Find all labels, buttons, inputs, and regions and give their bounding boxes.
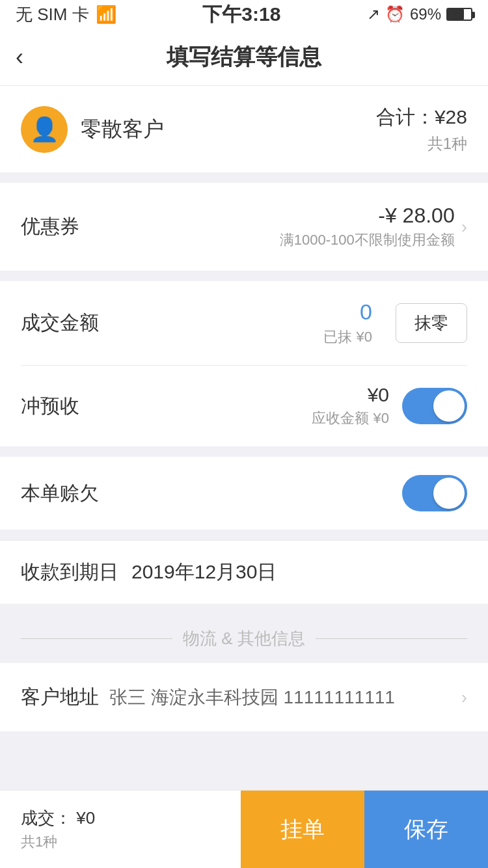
charge-label: 冲预收	[21, 393, 79, 420]
status-time: 下午3:18	[202, 1, 280, 28]
logistics-line-left	[21, 638, 172, 639]
avatar-icon: 👤	[30, 116, 59, 143]
status-right: ↗ ⏰ 69%	[367, 5, 472, 23]
battery-icon	[446, 8, 472, 21]
coupon-row[interactable]: 优惠券 -¥ 28.00 满1000-100不限制使用金额 ›	[0, 183, 488, 271]
status-left: 无 SIM 卡 📶	[16, 3, 116, 26]
due-date-row: 收款到期日 2019年12月30日	[0, 540, 488, 604]
customer-right: 合计：¥28 共1种	[376, 104, 467, 154]
due-date-section: 收款到期日 2019年12月30日	[0, 540, 488, 604]
bottom-count: 共1种	[21, 832, 220, 852]
debt-row: 本单赊欠	[21, 457, 467, 530]
coupon-right: -¥ 28.00 满1000-100不限制使用金额 ›	[280, 204, 467, 250]
coupon-info: -¥ 28.00 满1000-100不限制使用金额	[280, 204, 455, 250]
customer-row: 👤 零散客户 合计：¥28 共1种	[0, 86, 488, 172]
debt-toggle-knob	[433, 478, 465, 509]
total-count: 共1种	[376, 133, 467, 154]
customer-section: 👤 零散客户 合计：¥28 共1种	[0, 86, 488, 172]
charge-amount-info: ¥0 应收金额 ¥0	[312, 384, 389, 428]
amount-sub: 已抹 ¥0	[323, 327, 372, 347]
amount-value: 0	[323, 299, 372, 325]
save-button[interactable]: 保存	[364, 791, 488, 869]
charge-sub: 应收金额 ¥0	[312, 409, 389, 428]
alarm-icon: ⏰	[385, 5, 405, 23]
bottom-deal: 成交： ¥0	[21, 807, 220, 830]
location-icon: ↗	[367, 5, 380, 23]
nav-bar: ‹ 填写结算等信息	[0, 29, 488, 86]
sim-status: 无 SIM 卡	[16, 3, 89, 26]
logistics-line-right	[316, 638, 467, 639]
logistics-divider: 物流 & 其他信息	[0, 614, 488, 663]
content-area: 👤 零散客户 合计：¥28 共1种 优惠券 -¥ 28.00 满1000-100…	[0, 86, 488, 826]
total-amount: 合计：¥28	[376, 104, 467, 131]
address-row: 客户地址 张三 海淀永丰科技园 11111111111 ›	[0, 663, 488, 731]
charge-right: ¥0 应收金额 ¥0	[312, 384, 467, 428]
bottom-info: 成交： ¥0 共1种	[0, 807, 241, 852]
charge-row: 冲预收 ¥0 应收金额 ¥0	[21, 365, 467, 446]
page-title: 填写结算等信息	[167, 42, 321, 72]
amount-area: 0 已抹 ¥0	[323, 299, 372, 347]
status-bar: 无 SIM 卡 📶 下午3:18 ↗ ⏰ 69%	[0, 0, 488, 29]
back-button[interactable]: ‹	[16, 44, 23, 71]
coupon-section: 优惠券 -¥ 28.00 满1000-100不限制使用金额 ›	[0, 183, 488, 271]
wifi-icon: 📶	[96, 5, 116, 25]
charge-toggle[interactable]	[402, 388, 467, 424]
hold-button[interactable]: 挂单	[241, 791, 364, 869]
charge-main: ¥0	[312, 384, 389, 406]
due-label: 收款到期日	[21, 559, 118, 586]
amount-right: 0 已抹 ¥0 抹零	[323, 299, 467, 347]
customer-name: 零散客户	[81, 115, 164, 144]
address-value: 张三 海淀永丰科技园 11111111111	[109, 685, 451, 710]
customer-left: 👤 零散客户	[21, 106, 164, 153]
battery-text: 69%	[410, 5, 441, 23]
amount-label: 成交金额	[21, 310, 99, 336]
avatar: 👤	[21, 106, 68, 153]
transaction-section: 成交金额 0 已抹 ¥0 抹零 冲预收 ¥0 应收金额 ¥0	[0, 281, 488, 446]
address-chevron-icon: ›	[461, 687, 467, 708]
chevron-right-icon: ›	[461, 217, 467, 237]
debt-label: 本单赊欠	[21, 480, 99, 507]
debt-toggle[interactable]	[402, 475, 467, 511]
logistics-text: 物流 & 其他信息	[183, 627, 305, 650]
due-value: 2019年12月30日	[131, 559, 277, 586]
round-off-button[interactable]: 抹零	[396, 303, 467, 343]
bottom-bar: 成交： ¥0 共1种 挂单 保存	[0, 790, 488, 868]
toggle-knob	[433, 390, 465, 422]
coupon-discount: -¥ 28.00	[280, 204, 455, 228]
address-section[interactable]: 客户地址 张三 海淀永丰科技园 11111111111 ›	[0, 663, 488, 731]
address-label: 客户地址	[21, 684, 99, 711]
coupon-label: 优惠券	[21, 213, 79, 240]
coupon-desc: 满1000-100不限制使用金额	[280, 230, 455, 250]
transaction-amount-row: 成交金额 0 已抹 ¥0 抹零	[21, 281, 467, 365]
debt-section: 本单赊欠	[0, 457, 488, 530]
